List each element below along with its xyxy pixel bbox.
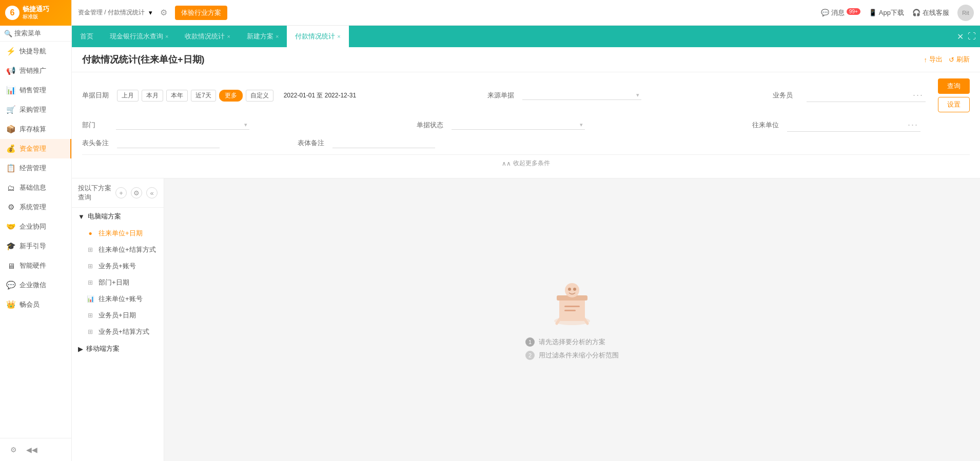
note-body-input[interactable] — [332, 138, 435, 148]
source-select[interactable]: ▾ — [522, 91, 641, 100]
voucher-status-select[interactable]: ▾ — [452, 121, 585, 130]
sidebar-item-cooperation[interactable]: 🤝 企业协同 — [0, 217, 71, 236]
tab-receipts-close[interactable]: × — [227, 33, 230, 39]
tab-home-label: 首页 — [80, 32, 93, 41]
sidebar-item-inventory[interactable]: 📦 库存核算 — [0, 119, 71, 139]
note-header-input[interactable] — [117, 138, 220, 148]
sidebar-item-wechat[interactable]: 💬 企业微信 — [0, 275, 71, 295]
tab-payments[interactable]: 付款情况统计 × — [287, 26, 348, 47]
refresh-btn[interactable]: ↺ 刷新 — [949, 55, 970, 64]
date-btn-more[interactable]: 更多 — [219, 90, 243, 102]
tab-payments-close[interactable]: × — [337, 33, 340, 39]
sidebar-item-sales[interactable]: 📊 销售管理 — [0, 81, 71, 100]
sidebar-item-quick-nav[interactable]: ⚡ 快捷导航 — [0, 42, 71, 61]
tab-new-plan-label: 新建方案 — [247, 32, 273, 41]
sidebar-item-system[interactable]: ⚙ 系统管理 — [0, 197, 71, 217]
service-icon: 🎧 — [912, 9, 920, 16]
topbar-settings-btn[interactable]: ⚙ — [156, 6, 171, 20]
service-label: 在线客服 — [923, 8, 949, 17]
online-service-btn[interactable]: 🎧 在线客服 — [912, 8, 949, 17]
date-btn-this-month[interactable]: 本月 — [142, 90, 163, 102]
dept-label: 部门 — [82, 121, 108, 130]
topbar-dropdown-icon[interactable]: ▾ — [149, 9, 152, 16]
topbar-right: 💬 消息 99+ 📱 App下载 🎧 在线客服 Rit — [821, 5, 974, 21]
date-btn-last-7-days[interactable]: 近7天 — [191, 90, 216, 102]
date-btn-this-year[interactable]: 本年 — [166, 90, 188, 102]
scheme-item-icon-table4: ⊞ — [86, 311, 94, 319]
tip-text-1: 请先选择要分析的方案 — [539, 337, 605, 347]
sidebar-label: 基础信息 — [19, 183, 46, 192]
sidebar-label: 快捷导航 — [19, 47, 46, 56]
settings-button[interactable]: 设置 — [938, 97, 970, 112]
export-btn[interactable]: ↑ 导出 — [924, 55, 943, 64]
sidebar-label: 营销推广 — [19, 66, 46, 75]
sidebar-item-hardware[interactable]: 🖥 智能硬件 — [0, 256, 71, 275]
scheme-settings-btn[interactable]: ⚙ — [131, 187, 142, 198]
salesman-select[interactable]: ··· — [807, 89, 926, 102]
date-btn-custom[interactable]: 自定义 — [246, 90, 273, 102]
tab-close-all-icon[interactable]: ✕ — [957, 32, 964, 42]
scheme-add-btn[interactable]: + — [115, 187, 127, 198]
sidebar-item-basic[interactable]: 🗂 基础信息 — [0, 178, 71, 197]
user-avatar[interactable]: Rit — [957, 5, 974, 21]
sidebar-label: 企业微信 — [19, 280, 46, 290]
empty-state: 1 请先选择要分析的方案 2 用过滤条件来缩小分析范围 — [525, 280, 619, 360]
source-dropdown-icon: ▾ — [636, 92, 639, 98]
tip-text-2: 用过滤条件来缩小分析范围 — [539, 351, 619, 360]
app-icon: 📱 — [869, 9, 877, 16]
scheme-pc-group: ▼ 电脑端方案 ● 往来单位+日期 ⊞ 往来单位+结算方式 ⊞ 业务员+账号 — [72, 208, 164, 340]
search-icon: 🔍 — [4, 30, 12, 37]
collapse-btn[interactable]: ∧∧ 收起更多条件 — [502, 159, 550, 168]
tab-new-plan[interactable]: 新建方案 × — [239, 26, 287, 47]
scheme-item-dept-date[interactable]: ⊞ 部门+日期 — [72, 274, 164, 291]
tab-expand-icon[interactable]: ⛶ — [968, 32, 976, 41]
sidebar-item-purchase[interactable]: 🛒 采购管理 — [0, 100, 71, 119]
scheme-item-salesman-date[interactable]: ⊞ 业务员+日期 — [72, 307, 164, 324]
finance-icon: 💰 — [6, 144, 15, 153]
sidebar-search[interactable]: 🔍 搜索菜单 — [0, 26, 71, 42]
salesman-more-icon[interactable]: ··· — [913, 90, 924, 101]
empty-icon — [546, 280, 598, 331]
query-button[interactable]: 查询 — [938, 78, 970, 94]
app-download-btn[interactable]: 📱 App下载 — [869, 8, 904, 17]
sidebar-item-operations[interactable]: 📋 经营管理 — [0, 158, 71, 178]
tab-receipts[interactable]: 收款情况统计 × — [177, 26, 238, 47]
tab-home[interactable]: 首页 — [72, 26, 102, 47]
sidebar-item-guide[interactable]: 🎓 新手引导 — [0, 236, 71, 256]
sidebar-collapse-btn[interactable]: ◀◀ — [25, 443, 39, 457]
svg-rect-1 — [559, 298, 585, 321]
scheme-mobile-group-header[interactable]: ▶ 移动端方案 — [72, 340, 164, 357]
scheme-item-unit-account[interactable]: 📊 往来单位+账号 — [72, 291, 164, 307]
svg-point-3 — [565, 283, 579, 297]
scheme-item-icon-table2: ⊞ — [86, 262, 94, 270]
scheme-header: 按以下方案查询 + ⚙ « — [72, 178, 164, 208]
sidebar-settings-btn[interactable]: ⚙ — [6, 443, 21, 457]
scheme-item-unit-payment[interactable]: ⊞ 往来单位+结算方式 — [72, 242, 164, 258]
sidebar-item-member[interactable]: 👑 畅会员 — [0, 295, 71, 314]
scheme-collapse-btn[interactable]: « — [146, 187, 158, 198]
pc-group-arrow: ▼ — [78, 213, 85, 221]
related-unit-select[interactable]: ··· — [787, 118, 920, 132]
page-header: 付款情况统计(往来单位+日期) ↑ 导出 ↺ 刷新 — [72, 47, 980, 72]
scheme-item-label: 部门+日期 — [99, 278, 129, 287]
notification-btn[interactable]: 💬 消息 99+ — [821, 8, 860, 17]
tab-cash-flow-close[interactable]: × — [165, 33, 168, 39]
hardware-icon: 🖥 — [6, 261, 15, 270]
scheme-item-salesman-account[interactable]: ⊞ 业务员+账号 — [72, 258, 164, 274]
sidebar-item-marketing[interactable]: 📢 营销推广 — [0, 61, 71, 81]
tab-new-plan-close[interactable]: × — [276, 33, 279, 39]
scheme-item-unit-date[interactable]: ● 往来单位+日期 — [72, 225, 164, 242]
trial-button[interactable]: 体验行业方案 — [175, 6, 227, 20]
date-range-display: 2022-01-01 至 2022-12-31 — [284, 91, 356, 100]
dept-select[interactable]: ▾ — [116, 121, 249, 130]
scheme-item-salesman-payment[interactable]: ⊞ 业务员+结算方式 — [72, 324, 164, 340]
tab-cash-flow[interactable]: 现金银行流水查询 × — [102, 26, 177, 47]
sidebar-item-finance[interactable]: 💰 资金管理 — [0, 139, 71, 158]
data-area: 1 请先选择要分析的方案 2 用过滤条件来缩小分析范围 — [164, 178, 980, 461]
collapse-row: ∧∧ 收起更多条件 — [82, 154, 970, 172]
related-unit-more-icon[interactable]: ··· — [908, 119, 918, 130]
note-body-label: 表体备注 — [298, 138, 324, 148]
date-btn-last-month[interactable]: 上月 — [117, 90, 139, 102]
scheme-pc-group-header[interactable]: ▼ 电脑端方案 — [72, 208, 164, 225]
sidebar-bottom: ⚙ ◀◀ — [0, 438, 71, 461]
